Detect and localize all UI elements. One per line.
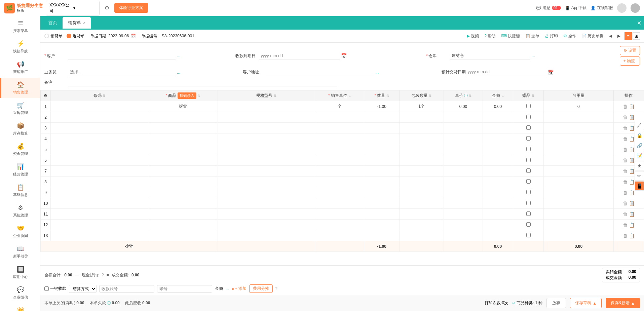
save-draft-button[interactable]: 保存草稿 ▲ [570, 298, 602, 308]
sidebar-item-marketing[interactable]: 📢 营销推广 [0, 57, 40, 78]
discount-info[interactable]: ? [102, 273, 104, 277]
cell-pack-qty[interactable] [399, 123, 444, 133]
cell-qty[interactable] [364, 123, 400, 133]
cell-qty[interactable] [364, 177, 400, 187]
due-date-input[interactable] [259, 52, 340, 60]
cell-gift[interactable] [513, 177, 544, 187]
cell-barcode[interactable] [51, 230, 148, 241]
cell-amount[interactable] [483, 177, 513, 187]
one-click-payment-checkbox[interactable]: 一键收款 [44, 286, 66, 291]
cell-unit-price[interactable] [444, 144, 483, 155]
cell-unit[interactable] [315, 155, 364, 166]
payment-method-select[interactable]: 结算方式 [69, 285, 97, 293]
cell-qty[interactable]: -1.00 [364, 101, 400, 112]
cell-amount[interactable]: 0.00 [483, 101, 513, 112]
sidebar-item-search[interactable]: ☰ 搜索菜单 [0, 16, 40, 37]
nav-next[interactable]: ▶ [616, 33, 622, 39]
list-view-button[interactable]: ≡ [624, 32, 632, 40]
notes-input[interactable] [68, 79, 337, 86]
cell-amount[interactable] [483, 198, 513, 209]
cell-qty[interactable] [364, 209, 400, 220]
cell-product[interactable] [148, 220, 218, 230]
float-btn-7[interactable]: 📱 [635, 181, 644, 191]
sort-unit-icon[interactable]: ⇅ [348, 94, 351, 98]
copy-row-button[interactable]: 📋 [629, 115, 635, 120]
cell-unit-price[interactable] [444, 133, 483, 144]
cell-amount[interactable] [483, 112, 513, 123]
float-btn-1[interactable]: 🖊 [635, 121, 644, 130]
cell-gift[interactable] [513, 209, 544, 220]
cell-spec[interactable] [218, 177, 315, 187]
cell-spec[interactable] [218, 198, 315, 209]
copy-row-button[interactable]: 📋 [629, 233, 635, 238]
cell-gift[interactable] [513, 155, 544, 166]
sidebar-item-finance[interactable]: 💰 资金管理 [0, 139, 40, 160]
sort-price-icon[interactable]: ⇅ [469, 94, 471, 98]
customer-addr-input[interactable] [266, 68, 374, 76]
print-button[interactable]: 🖨 打印 [543, 33, 559, 40]
cell-qty[interactable] [364, 112, 400, 123]
cell-barcode[interactable] [51, 155, 148, 166]
logistics-button[interactable]: + 物流 [620, 56, 640, 66]
operations-button[interactable]: ⚙ 操作 [562, 33, 577, 40]
cell-product[interactable]: 拆货 [148, 101, 218, 112]
video-button[interactable]: ▶ 视频 [465, 33, 480, 40]
tab-home[interactable]: 首页 [43, 17, 63, 29]
cell-unit[interactable] [315, 123, 364, 133]
copy-row-button[interactable]: 📋 [629, 179, 635, 185]
cell-unit-price[interactable] [444, 220, 483, 230]
setting-button[interactable]: ⚙ 设置 [620, 46, 640, 55]
sidebar-item-basic[interactable]: 📋 基础信息 [0, 180, 40, 201]
cell-amount[interactable] [483, 209, 513, 220]
cell-unit[interactable] [315, 166, 364, 177]
cell-unit-price[interactable] [444, 112, 483, 123]
delete-row-button[interactable]: 🗑 [623, 125, 628, 131]
cell-amount[interactable] [483, 144, 513, 155]
cell-unit[interactable]: 个 [315, 101, 364, 112]
salesperson-input[interactable] [68, 68, 176, 76]
cell-unit-price[interactable] [444, 177, 483, 187]
cell-unit[interactable] [315, 177, 364, 187]
cell-product[interactable] [148, 133, 218, 144]
cell-pack-qty[interactable] [399, 166, 444, 177]
cell-amount[interactable] [483, 133, 513, 144]
sidebar-item-purchase[interactable]: 🛒 采购管理 [0, 98, 40, 119]
cell-barcode[interactable] [51, 123, 148, 133]
message-button[interactable]: 💬 消息 99+ [536, 5, 561, 11]
cell-gift[interactable] [513, 112, 544, 123]
cell-unit[interactable] [315, 220, 364, 230]
cell-amount[interactable] [483, 230, 513, 241]
cell-unit-price[interactable] [444, 187, 483, 198]
delete-row-button[interactable]: 🗑 [623, 158, 628, 163]
delete-row-button[interactable]: 🗑 [623, 147, 628, 152]
cell-unit[interactable] [315, 144, 364, 155]
cell-barcode[interactable] [51, 101, 148, 112]
float-btn-5[interactable]: ★ [635, 161, 644, 170]
cell-spec[interactable] [218, 166, 315, 177]
add-payment-button[interactable]: ● + 添加 [232, 286, 247, 291]
select-button[interactable]: 📋 选单 [524, 33, 541, 40]
cell-product[interactable] [148, 123, 218, 133]
delete-row-button[interactable]: 🗑 [623, 211, 628, 217]
sidebar-item-operations[interactable]: 📊 经营管理 [0, 160, 40, 180]
cell-unit-price[interactable] [444, 166, 483, 177]
nav-prev[interactable]: ◀ [608, 33, 613, 39]
cell-pack-qty[interactable] [399, 144, 444, 155]
sort-product-icon[interactable]: ⇅ [197, 94, 200, 98]
field-more-payment[interactable]: ... [226, 286, 229, 291]
cell-qty[interactable] [364, 220, 400, 230]
float-btn-2[interactable]: 🔒 [635, 131, 644, 140]
sidebar-item-system[interactable]: ⚙ 系统管理 [0, 201, 40, 221]
sidebar-item-sales[interactable]: 🏠 销售管理 [0, 78, 40, 98]
calendar-due-icon[interactable]: 📅 [340, 53, 348, 59]
cell-spec[interactable] [218, 187, 315, 198]
sort-amount-icon[interactable]: ⇅ [501, 94, 504, 98]
tab-close-icon[interactable]: × [83, 21, 85, 25]
radio-sales[interactable]: 销货单 [44, 33, 63, 39]
cell-gift[interactable] [513, 133, 544, 144]
cell-barcode[interactable] [51, 112, 148, 123]
tab-sales-order[interactable]: 销货单 × [63, 17, 91, 29]
cell-spec[interactable] [218, 101, 315, 112]
cell-barcode[interactable] [51, 177, 148, 187]
radio-return[interactable]: 退货单 [67, 33, 85, 39]
